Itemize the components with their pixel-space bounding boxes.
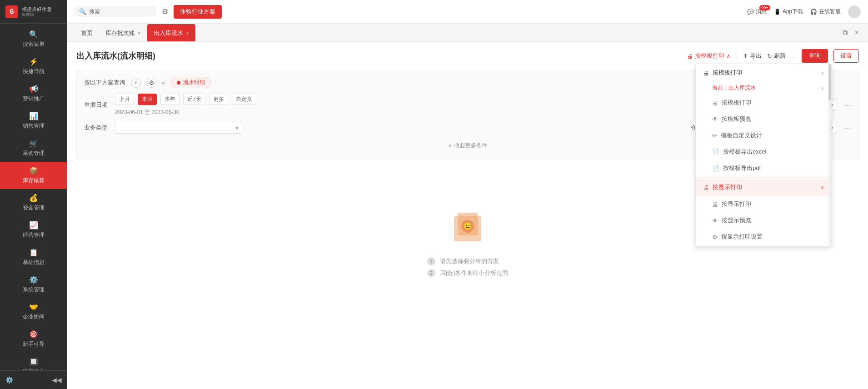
current-chevron: ∨: [821, 85, 824, 90]
dropdown-template-pdf[interactable]: 📄 按模板导出pdf: [696, 160, 831, 176]
preview-display-icon: 👁: [712, 217, 718, 224]
dropdown-template-print-action[interactable]: 🖨 按模板打印: [696, 95, 831, 111]
sidebar-item-finance[interactable]: 💰资金管理: [0, 189, 67, 216]
filter-collapse-btn[interactable]: «: [162, 79, 165, 86]
empty-state-icon: 😐: [445, 203, 490, 248]
business-type-label: 业务类型: [84, 124, 108, 132]
sidebar-operation-label: 经营管理: [23, 231, 45, 239]
active-filter-tag[interactable]: 流水明细: [171, 77, 211, 88]
business-type-wrapper: [115, 122, 242, 134]
sidebar-item-enterprise[interactable]: 🤝企业协同: [0, 298, 67, 325]
date-btn-本月[interactable]: 本月: [138, 94, 157, 105]
sidebar-item-marketing[interactable]: 📢营销推广: [0, 80, 67, 107]
excel-template-icon: 📄: [712, 149, 719, 155]
dropdown-template-custom[interactable]: ✏ 模板自定义设计: [696, 127, 831, 144]
search-icon: 🔍: [79, 8, 86, 15]
sidebar-purchase-label: 采购管理: [23, 150, 45, 157]
custom-template-icon: ✏: [712, 132, 717, 139]
page-container: 出入库流水(流水明细) 🖨 按模板打印 ∧ | ⬆ 导出 ↻ 刷新: [67, 42, 868, 389]
sidebar-item-sales[interactable]: 📊销售管理: [0, 107, 67, 135]
sidebar-item-basic[interactable]: 📋基础信息: [0, 244, 67, 271]
sidebar-item-quick-nav[interactable]: ⚡快捷导航: [0, 53, 67, 80]
message-badge: 99+: [759, 5, 770, 10]
trial-btn[interactable]: 体验行业方案: [174, 5, 222, 19]
sidebar-collapse-icon[interactable]: ◀◀: [52, 376, 62, 384]
sidebar-item-guide[interactable]: 🎯新手引导: [0, 325, 67, 353]
dropdown-display-print-settings[interactable]: ⚙ 按显示打印设置: [696, 229, 831, 245]
topbar-search-box[interactable]: 🔍: [75, 6, 156, 17]
sidebar-settings-icon[interactable]: ⚙️: [5, 376, 13, 384]
date-btn-本年[interactable]: 本年: [160, 94, 180, 105]
template-print-chevron: ∨: [821, 70, 824, 75]
sidebar-logo: 6 畅捷通好生意 标准版: [0, 0, 67, 24]
sidebar-purchase-icon: 🛒: [29, 139, 38, 148]
sidebar-sales-icon: 📊: [29, 112, 38, 120]
settings-btn[interactable]: 设置: [833, 49, 859, 63]
sidebar-item-operation[interactable]: 📈经营管理: [0, 216, 67, 244]
date-btn-更多[interactable]: 更多: [209, 94, 228, 105]
print-template-btn[interactable]: 🖨 按模板打印 ∧: [687, 52, 731, 60]
dropdown-display-print-header[interactable]: 🖨 按显示打印 ∧: [696, 179, 831, 196]
filter-add-btn[interactable]: +: [131, 78, 141, 88]
date-btn-近7天[interactable]: 近7天: [183, 94, 205, 105]
tab-flow[interactable]: 出入库流水×: [147, 24, 195, 41]
dropdown-scrollbar-thumb: [828, 64, 831, 100]
dropdown-display-preview[interactable]: 👁 按显示预览: [696, 212, 831, 229]
search-input[interactable]: [89, 9, 148, 15]
sidebar-finance-icon: 💰: [29, 194, 38, 202]
step-1-text: 请先选择要分析的方案: [440, 257, 499, 265]
sidebar-item-search[interactable]: 🔍搜索菜单: [0, 25, 67, 53]
type-more-btn[interactable]: ···: [844, 101, 851, 109]
dropdown-scrollbar[interactable]: [828, 64, 831, 246]
refresh-label: 刷新: [774, 52, 786, 60]
sidebar-item-system[interactable]: ⚙️系统管理: [0, 271, 67, 298]
message-btn[interactable]: 💬 消息 99+: [747, 8, 767, 15]
sidebar-item-inventory[interactable]: 📦库存核算: [0, 162, 67, 189]
sidebar-finance-label: 资金管理: [23, 204, 45, 212]
sidebar-item-apps[interactable]: 🔲应用中心: [0, 353, 67, 370]
sidebar-search-icon: 🔍: [29, 30, 38, 39]
tab-flow-close[interactable]: ×: [186, 30, 189, 36]
close-window-icon[interactable]: ×: [853, 29, 861, 37]
date-btn-上月[interactable]: 上月: [115, 94, 134, 105]
restore-window-icon[interactable]: ⧉: [841, 29, 849, 37]
warehouse-more-btn[interactable]: ···: [844, 124, 851, 132]
dropdown-template-preview[interactable]: 👁 按模板预览: [696, 111, 831, 127]
dropdown-display-excel[interactable]: 📄 按显示导出excel: [696, 245, 831, 246]
print-display-action-icon: 🖨: [712, 201, 718, 208]
tabs-bar: 首页库存批次账×出入库流水× ⧉ ×: [67, 24, 868, 42]
sidebar-footer: ⚙️ ◀◀: [0, 370, 67, 389]
sidebar: 6 畅捷通好生意 标准版 🔍搜索菜单⚡快捷导航📢营销推广📊销售管理🛒采购管理📦库…: [0, 0, 67, 389]
date-btn-自定义[interactable]: 自定义: [232, 94, 256, 105]
topbar-gear-icon[interactable]: ⚙: [162, 7, 168, 16]
tab-home[interactable]: 首页: [75, 24, 99, 41]
sidebar-guide-icon: 🎯: [29, 330, 38, 339]
refresh-btn[interactable]: ↻ 刷新: [767, 52, 786, 60]
preview-template-icon: 👁: [712, 116, 718, 123]
tab-batch[interactable]: 库存批次账×: [99, 24, 147, 41]
online-service-btn[interactable]: 🎧 在线客服: [810, 8, 841, 15]
dropdown-template-print-header[interactable]: 🖨 按模板打印 ∨: [696, 64, 831, 81]
export-btn[interactable]: ⬆ 导出: [743, 52, 762, 60]
print-action-icon: 🖨: [712, 100, 718, 106]
active-filter-label: 流水明细: [183, 79, 205, 86]
app-download-btn[interactable]: 📱 App下载: [774, 8, 803, 15]
dropdown-template-current: 当前：出入库流水 ∨: [696, 81, 831, 95]
sidebar-operation-icon: 📈: [29, 221, 38, 229]
date-filter-label: 单据日期: [84, 101, 108, 109]
dropdown-template-excel[interactable]: 📄 按模板导出excel: [696, 144, 831, 160]
refresh-icon: ↻: [767, 53, 772, 60]
empty-steps: 1 请先选择要分析的方案 2 用[选]条件来缩小分析范围: [427, 257, 508, 281]
tab-batch-close[interactable]: ×: [138, 30, 141, 36]
filter-settings-btn[interactable]: ⚙: [146, 78, 156, 88]
sidebar-item-purchase[interactable]: 🛒采购管理: [0, 135, 67, 162]
dropdown-display-print-action[interactable]: 🖨 按显示打印: [696, 196, 831, 212]
business-type-select[interactable]: [115, 122, 242, 134]
display-print-chevron: ∧: [821, 185, 824, 190]
headset-icon: 🎧: [810, 9, 817, 15]
query-btn[interactable]: 查询: [802, 49, 828, 63]
sidebar-marketing-label: 营销推广: [23, 95, 45, 103]
user-avatar[interactable]: [848, 5, 861, 18]
filter-section-label: 按以下方案查询: [84, 79, 125, 87]
logo-icon: 6: [5, 5, 18, 18]
